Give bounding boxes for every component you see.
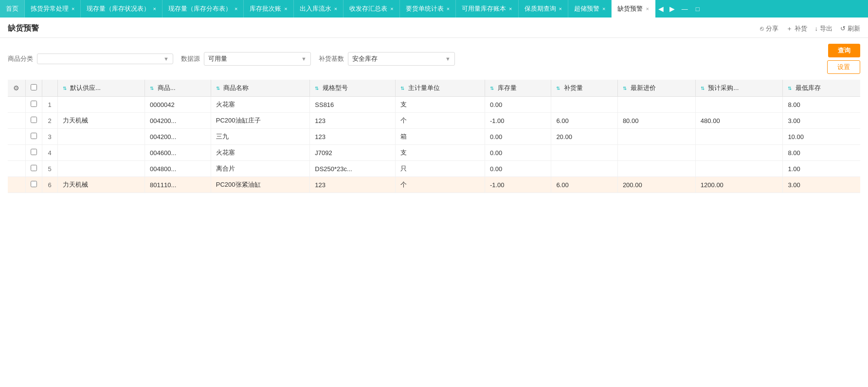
table-container: ⚙ ⇅ 默认供应... ⇅ 商品... ⇅ [0,80,868,193]
tab-keyongliang[interactable]: 可用量库存账本 × [456,0,518,18]
settings-button[interactable]: 设置 [827,60,860,74]
row-number: 1 [42,97,57,113]
close-icon[interactable]: × [559,6,562,12]
th-latestprice[interactable]: ⇅ 最新进价 [617,80,695,97]
row-supplier [57,129,145,145]
row-checkbox[interactable] [31,133,37,139]
th-replenish[interactable]: ⇅ 补货量 [551,80,618,97]
header-actions: ⎋ 分享 ＋ 补货 ↓ 导出 ↺ 刷新 [760,24,861,33]
row-supplier [57,97,145,113]
th-spec[interactable]: ⇅ 规格型号 [310,80,396,97]
th-estimatedpurchase[interactable]: ⇅ 预计采购... [695,80,783,97]
close-icon[interactable]: × [235,6,237,12]
tab-yaohuo[interactable]: 要货单统计表 × [400,0,456,18]
tab-churuku[interactable]: 出入库流水 × [294,0,344,18]
th-minstock[interactable]: ⇅ 最低库存 [783,80,860,97]
supplybase-select[interactable]: 安全库存 ▼ [348,52,455,66]
th-supplier[interactable]: ⇅ 默认供应... [57,80,145,97]
close-icon[interactable]: × [284,6,287,12]
table-header-row: ⚙ ⇅ 默认供应... ⇅ 商品... ⇅ [8,80,860,97]
row-name: 火花塞 [211,97,310,113]
datasource-select[interactable]: 可用量 ▼ [204,52,311,66]
share-button[interactable]: ⎋ 分享 [760,24,778,33]
tab-next-button[interactable]: ▶ [667,0,678,18]
row-supplier [57,145,145,161]
table-row: 3 004200... 三九 123 箱 0.00 20.00 10.00 [8,129,860,145]
refresh-button[interactable]: ↺ 刷新 [840,24,860,33]
table-row: 2 力天机械 004200... PC200油缸庄子 123 个 -1.00 6… [8,113,860,129]
filter-bar: 商品分类 ▼ 数据源 可用量 ▼ 补货基数 安全库存 ▼ 查询 设置 [0,38,868,80]
close-icon[interactable]: × [447,6,450,12]
tab-maximize-button[interactable]: □ [692,0,704,18]
sort-icon: ⇅ [701,86,705,91]
row-code: 004200... [145,129,211,145]
data-table: ⚙ ⇅ 默认供应... ⇅ 商品... ⇅ [8,80,860,193]
th-gear: ⚙ [8,80,25,97]
export-button[interactable]: ↓ 导出 [815,24,833,33]
th-stock[interactable]: ⇅ 库存量 [485,80,551,97]
tab-shoufashun[interactable]: 收发存汇总表 × [344,0,399,18]
gear-settings-button[interactable]: ⚙ [13,84,19,92]
row-min-stock: 3.00 [783,177,860,193]
category-label: 商品分类 [8,54,33,63]
row-replenish: 6.00 [551,177,618,193]
supplybase-select-value: 安全库存 [352,54,378,63]
row-estimated-purchase [695,161,783,177]
row-min-stock: 10.00 [783,129,860,145]
row-number: 2 [42,113,57,129]
category-select[interactable]: ▼ [37,53,173,64]
th-name[interactable]: ⇅ 商品名称 [211,80,310,97]
row-checkbox[interactable] [31,165,37,171]
close-icon[interactable]: × [153,6,156,12]
tab-pici[interactable]: 库存批次账 × [244,0,293,18]
th-code[interactable]: ⇅ 商品... [145,80,211,97]
close-icon[interactable]: × [334,6,337,12]
tab-chaoe[interactable]: 超储预警 × [568,0,612,18]
row-min-stock: 3.00 [783,113,860,129]
tab-xianzun2[interactable]: 现存量（库存分布表） × [163,0,244,18]
row-name: PC200油缸庄子 [211,113,310,129]
select-all-checkbox[interactable] [31,84,37,90]
sort-icon: ⇅ [315,86,319,91]
tab-bar: 首页 拣货异常处理 × 现存量（库存状况表） × 现存量（库存分布表） × 库存… [0,0,868,18]
row-stock: -1.00 [485,113,551,129]
row-gear-cell [8,129,25,145]
row-checkbox-cell [25,129,42,145]
close-icon[interactable]: × [72,6,74,12]
tab-xianzun1[interactable]: 现存量（库存状况表） × [81,0,162,18]
row-latest-price [617,145,695,161]
tab-baozhi[interactable]: 保质期查询 × [519,0,568,18]
row-gear-cell [8,97,25,113]
row-stock: -1.00 [485,177,551,193]
close-icon[interactable]: × [509,6,512,12]
tab-prev-button[interactable]: ◀ [655,0,667,18]
tab-home[interactable]: 首页 [0,0,25,18]
supplybase-filter-group: 补货基数 安全库存 ▼ [319,52,455,66]
supply-icon: ＋ [786,24,793,33]
chevron-down-icon: ▼ [445,56,451,62]
row-estimated-purchase: 1200.00 [695,177,783,193]
page-header: 缺货预警 ⎋ 分享 ＋ 补货 ↓ 导出 ↺ 刷新 [0,18,868,38]
row-checkbox[interactable] [31,117,37,123]
row-stock: 0.00 [485,145,551,161]
row-replenish: 20.00 [551,129,618,145]
share-icon: ⎋ [760,25,764,32]
close-icon[interactable]: × [390,6,393,12]
row-checkbox[interactable] [31,149,37,155]
row-estimated-purchase [695,129,783,145]
row-stock: 0.00 [485,97,551,113]
query-button[interactable]: 查询 [828,44,860,57]
datasource-filter-group: 数据源 可用量 ▼ [181,52,311,66]
th-no [42,80,57,97]
tab-yichang[interactable]: 拣货异常处理 × [25,0,81,18]
tab-quehuo[interactable]: 缺货预警 × [612,0,655,18]
th-unit[interactable]: ⇅ 主计量单位 [396,80,485,97]
tab-minimize-button[interactable]: — [678,0,692,18]
close-icon[interactable]: × [602,6,605,12]
row-checkbox[interactable] [31,181,37,187]
row-name: 火花塞 [211,145,310,161]
row-checkbox[interactable] [31,101,37,107]
supply-button[interactable]: ＋ 补货 [786,24,807,33]
chevron-down-icon: ▼ [163,56,169,62]
close-icon[interactable]: × [646,6,649,12]
